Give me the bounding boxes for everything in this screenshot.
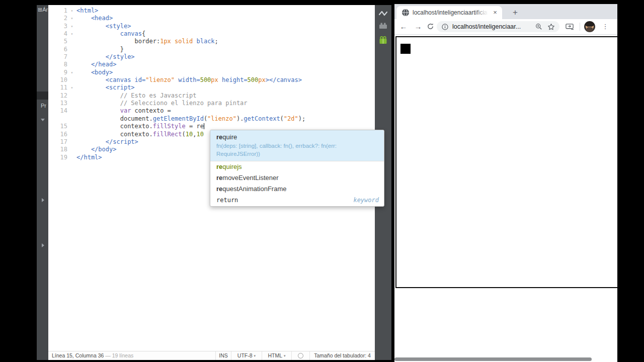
fold-arrow-icon[interactable]: ▾ bbox=[67, 84, 76, 92]
line-number: 14 bbox=[48, 107, 67, 115]
status-circle-icon bbox=[298, 353, 303, 358]
code-line[interactable]: 12// Esto es Javascript bbox=[48, 92, 375, 100]
tab-size-setting[interactable]: Tamaño del tabulador: 4 bbox=[309, 351, 375, 360]
browser-toolbar: ← → localhost/inteligenciaar... bbox=[394, 19, 617, 35]
brackets-project-sidebar[interactable]: ⊞Ár Pr bbox=[37, 5, 48, 360]
page-canvas-element bbox=[395, 36, 617, 288]
code-line[interactable]: 4▾canvas{ bbox=[48, 30, 375, 38]
hint-item-selected[interactable]: require fn(deps: [string], callback: fn(… bbox=[210, 130, 384, 161]
language-selector[interactable]: HTML▾ bbox=[262, 351, 291, 360]
line-number: 3 bbox=[48, 23, 67, 30]
hint-item-keyword[interactable]: return keyword bbox=[210, 195, 384, 206]
line-number: 19 bbox=[48, 154, 67, 161]
extension-manager-icon[interactable] bbox=[379, 22, 387, 29]
cast-icon bbox=[566, 23, 574, 30]
line-number: 5 bbox=[48, 38, 67, 45]
line-number: 7 bbox=[48, 53, 67, 61]
code-line[interactable]: document.getElementById("lienzo").getCon… bbox=[48, 115, 375, 123]
new-tab-button[interactable]: + bbox=[509, 7, 521, 19]
encoding-selector[interactable]: UTF-8▾ bbox=[231, 351, 262, 360]
forward-button[interactable]: → bbox=[413, 22, 423, 31]
hint-item[interactable]: removeEventListener bbox=[210, 172, 384, 184]
extension-gift-icon[interactable] bbox=[379, 36, 387, 44]
line-number: 2 bbox=[48, 15, 67, 22]
code-line[interactable]: 14var contexto = bbox=[48, 107, 375, 115]
info-icon[interactable] bbox=[442, 24, 448, 30]
live-preview-status[interactable] bbox=[291, 351, 309, 360]
code-line[interactable]: 8</head> bbox=[48, 61, 375, 68]
globe-favicon-icon bbox=[401, 9, 410, 17]
code-line[interactable]: 11▾<script> bbox=[48, 84, 375, 92]
hint-item[interactable]: requirejs bbox=[210, 161, 384, 172]
sidebar-selected-item[interactable] bbox=[37, 92, 48, 100]
profile-avatar[interactable] bbox=[584, 21, 595, 32]
line-number: 11 bbox=[48, 84, 67, 92]
sidebar-file-label[interactable]: Pr bbox=[41, 103, 46, 109]
tree-collapse-icon[interactable] bbox=[41, 119, 45, 121]
reload-icon bbox=[427, 23, 434, 30]
hint-description: fn(deps: [string], callback: fn(), errba… bbox=[216, 142, 378, 150]
code-line[interactable]: 7</style> bbox=[48, 53, 375, 61]
browser-menu-icon[interactable]: ⋮ bbox=[601, 22, 610, 31]
back-button[interactable]: ← bbox=[398, 22, 409, 31]
browser-viewport bbox=[394, 35, 617, 362]
code-line[interactable]: 2▾<head> bbox=[48, 15, 375, 22]
code-line[interactable]: 10<canvas id="lienzo" width=500px height… bbox=[48, 76, 375, 84]
reload-button[interactable] bbox=[427, 23, 437, 32]
chrome-browser-window: localhost/inteligenciaartificial/e × + ←… bbox=[394, 4, 617, 362]
line-number: 10 bbox=[48, 76, 67, 84]
fold-arrow-icon[interactable]: ▾ bbox=[67, 15, 76, 22]
horizontal-scrollbar-thumb[interactable] bbox=[394, 357, 592, 361]
tab-close-icon[interactable]: × bbox=[491, 9, 499, 17]
line-number: 16 bbox=[48, 131, 67, 138]
tab-title: localhost/inteligenciaartificial/e bbox=[413, 9, 488, 17]
fold-arrow-icon[interactable]: ▾ bbox=[67, 23, 76, 30]
url-text[interactable]: localhost/inteligenciaar... bbox=[452, 23, 535, 30]
cast-icon[interactable] bbox=[566, 23, 576, 32]
fold-arrow-icon[interactable]: ▾ bbox=[67, 69, 76, 76]
line-number: 8 bbox=[48, 61, 67, 68]
tab-strip: localhost/inteligenciaartificial/e × + bbox=[394, 4, 617, 19]
live-preview-icon[interactable] bbox=[379, 10, 387, 17]
chevron-down-icon: ▾ bbox=[284, 354, 286, 357]
code-line[interactable]: 1▾<html> bbox=[48, 7, 375, 15]
text-cursor bbox=[204, 123, 204, 129]
toolbar-divider bbox=[580, 23, 580, 31]
code-line[interactable]: 6} bbox=[48, 46, 375, 53]
keyword-tag-label: keyword bbox=[353, 195, 379, 206]
line-number: 13 bbox=[48, 100, 67, 107]
project-header-icon: ⊞ bbox=[38, 7, 42, 13]
hint-description: RequireJSError)) bbox=[216, 150, 378, 158]
tree-expand-icon[interactable] bbox=[42, 198, 44, 202]
canvas-filled-square bbox=[400, 44, 411, 54]
bookmark-star-icon[interactable] bbox=[547, 23, 555, 31]
address-bar[interactable]: localhost/inteligenciaar... bbox=[437, 21, 559, 32]
tree-expand-icon[interactable] bbox=[42, 243, 44, 247]
line-number: 1 bbox=[48, 7, 67, 15]
zoom-icon[interactable] bbox=[535, 23, 542, 30]
fold-arrow-icon[interactable]: ▾ bbox=[67, 7, 76, 15]
editor-status-bar: Línea 15, Columna 36 — 19 líneas INS UTF… bbox=[48, 351, 375, 360]
line-count-status: — 19 líneas bbox=[105, 352, 133, 358]
line-number: 15 bbox=[48, 123, 67, 130]
code-line[interactable]: 9▾<body> bbox=[48, 69, 375, 76]
code-hint-popup: require fn(deps: [string], callback: fn(… bbox=[210, 130, 384, 207]
browser-tab[interactable]: localhost/inteligenciaartificial/e × bbox=[396, 6, 502, 19]
code-line[interactable]: 3▾<style> bbox=[48, 23, 375, 30]
hint-item[interactable]: requestAnimationFrame bbox=[210, 184, 384, 195]
line-number: 6 bbox=[48, 46, 67, 53]
chevron-down-icon: ▾ bbox=[254, 354, 256, 357]
line-number: 12 bbox=[48, 92, 67, 100]
line-number: 4 bbox=[48, 30, 67, 38]
project-header-label: ⊞Ár bbox=[38, 7, 48, 13]
code-line[interactable]: 13// Selecciono el lienzo para pintar bbox=[48, 100, 375, 107]
code-line[interactable]: 5border:1px solid black; bbox=[48, 38, 375, 45]
line-number: 9 bbox=[48, 69, 67, 76]
insert-mode-toggle[interactable]: INS bbox=[215, 351, 231, 360]
line-number: 17 bbox=[48, 138, 67, 146]
line-number: 18 bbox=[48, 146, 67, 153]
fold-arrow-icon[interactable]: ▾ bbox=[67, 30, 76, 38]
cursor-position-status: Línea 15, Columna 36 — 19 líneas bbox=[52, 351, 133, 360]
